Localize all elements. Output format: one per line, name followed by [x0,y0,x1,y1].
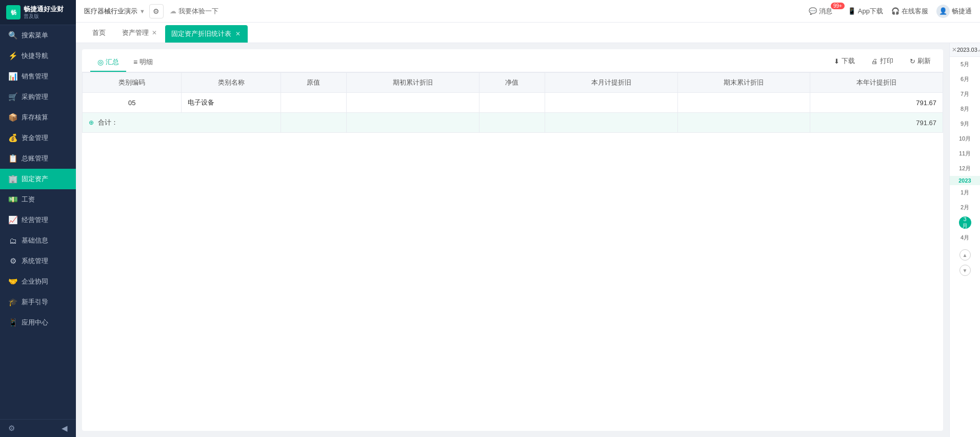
total-text: 合计： [98,118,118,126]
month-2023-2[interactable]: 2月 [950,200,980,215]
main-area: 医疗器械行业演示 ▼ ⚙ ☁ 我要体验一下 💬 消息 99+ 📱 App下载 🎧… [76,0,980,437]
sidebar-item-label: 新手引导 [22,297,48,307]
total-icon: ⊕ [89,119,94,126]
payroll-icon: 💵 [8,195,17,204]
sidebar-item-label: 应用中心 [22,318,48,327]
basicinfo-icon: 🗂 [8,236,17,245]
app-download-button[interactable]: 📱 App下载 [848,7,883,16]
date-panel-header: ✕ 2023.03 ⤢ [950,43,980,57]
date-nav-up[interactable]: ▲ [959,249,971,261]
month-2023-4[interactable]: 4月 [950,230,980,245]
tab-depreciation[interactable]: 固定资产折旧统计表 ✕ [165,25,248,43]
col-initial-dep: 期初累计折旧 [346,73,479,93]
sidebar-item-label: 采购管理 [22,92,48,102]
tab-depreciation-close[interactable]: ✕ [234,30,242,37]
col-code: 类别编码 [83,73,182,93]
settings-bottom-icon[interactable]: ⚙ [8,424,15,433]
month-7[interactable]: 7月 [950,87,980,102]
sidebar-item-label: 资金管理 [22,133,48,143]
tab-asset-mgmt[interactable]: 资产管理 ✕ [114,24,165,43]
row-period-end-dep [677,93,810,113]
month-6[interactable]: 6月 [950,72,980,87]
sidebar-item-appcenter[interactable]: 📱 应用中心 [0,312,76,333]
month-9[interactable]: 9月 [950,116,980,131]
month-12[interactable]: 12月 [950,161,980,176]
total-original-value [281,113,346,133]
expand-icon[interactable]: ⤢ [977,46,980,53]
tab-home-label: 首页 [92,28,106,37]
download-icon: ⬇ [834,57,839,65]
tab-depreciation-label: 固定资产折旧统计表 [171,29,231,38]
table-wrapper: 类别编码 类别名称 原值 期初累计折旧 净值 本月计提折旧 期末累计折旧 本年计… [82,72,943,431]
message-button[interactable]: 💬 消息 99+ [809,7,839,16]
tabbar: 首页 资产管理 ✕ 固定资产折旧统计表 ✕ [76,23,980,43]
sidebar-item-inventory[interactable]: 📦 库存核算 [0,107,76,128]
sidebar-item-guide[interactable]: 🎓 新手引导 [0,292,76,312]
month-11[interactable]: 11月 [950,146,980,161]
subtab-detail-label: 明细 [139,57,153,67]
col-annual-dep: 本年计提折旧 [810,73,943,93]
collapse-icon[interactable]: ◀ [62,424,68,433]
refresh-button[interactable]: ↻ 刷新 [906,54,935,68]
print-button[interactable]: 🖨 打印 [867,54,897,68]
sidebar-item-label: 快捷导航 [22,51,48,61]
sidebar-item-purchase[interactable]: 🛒 采购管理 [0,87,76,107]
content-panel: ◎ 汇总 ≡ 明细 ⬇ 下载 🖨 打印 [82,49,943,431]
user-menu[interactable]: 👤 畅捷通 [936,5,972,18]
sidebar-item-basicinfo[interactable]: 🗂 基础信息 [0,230,76,251]
experience-button[interactable]: ☁ 我要体验一下 [170,7,218,16]
app-download-label: App下载 [858,7,883,16]
subtab-summary[interactable]: ◎ 汇总 [90,54,126,72]
settings-button[interactable]: ⚙ [149,4,164,18]
row-net-value [479,93,545,113]
month-10[interactable]: 10月 [950,131,980,146]
sidebar-item-label: 库存核算 [22,113,48,122]
month-5[interactable]: 5月 [950,57,980,72]
appcenter-icon: 📱 [8,318,17,327]
total-monthly-dep [545,113,677,133]
gear-icon: ⚙ [153,7,159,15]
sidebar-item-finance[interactable]: 💰 资金管理 [0,128,76,148]
month-2023-3[interactable]: 3月 [950,215,980,230]
tab-asset-mgmt-close[interactable]: ✕ [152,29,157,36]
logo-main-text: 畅捷通好业财 [24,5,64,13]
sidebar-item-payroll[interactable]: 💵 工资 [0,189,76,210]
sidebar-item-quicknav[interactable]: ⚡ 快捷导航 [0,46,76,66]
summary-icon: ◎ [97,58,104,66]
message-badge: 99+ [831,3,845,9]
purchase-icon: 🛒 [8,92,17,102]
system-icon: ⚙ [8,256,17,266]
sales-icon: 📊 [8,72,17,81]
sidebar-item-label: 经营管理 [22,215,48,225]
finance-icon: 💰 [8,133,17,143]
sidebar-item-sales[interactable]: 📊 销售管理 [0,66,76,87]
logo-text: 畅捷通好业财 普及版 [24,5,64,19]
total-row: ⊕ 合计： 791.67 [83,113,943,133]
close-icon[interactable]: ✕ [952,46,957,53]
customer-service-button[interactable]: 🎧 在线客服 [891,7,928,16]
sidebar-item-operations[interactable]: 📈 经营管理 [0,210,76,230]
sidebar-item-system[interactable]: ⚙ 系统管理 [0,251,76,271]
col-original-value: 原值 [281,73,346,93]
sidebar-item-fixedassets[interactable]: 🏢 固定资产 [0,169,76,189]
sidebar-item-ledger[interactable]: 📋 总账管理 [0,148,76,169]
col-net-value: 净值 [479,73,545,93]
month-2023-1[interactable]: 1月 [950,185,980,200]
month-8[interactable]: 8月 [950,102,980,116]
date-nav-down[interactable]: ▼ [959,265,971,276]
sidebar-item-cooperation[interactable]: 🤝 企业协同 [0,271,76,292]
total-annual-dep: 791.67 [810,113,943,133]
total-net-value [479,113,545,133]
selected-month[interactable]: 3月 [959,216,971,229]
sidebar-item-search[interactable]: 🔍 搜索菜单 [0,25,76,46]
cooperation-icon: 🤝 [8,277,17,286]
sidebar-item-label: 销售管理 [22,72,48,81]
service-icon: 🎧 [891,7,899,15]
inventory-icon: 📦 [8,113,17,122]
tab-home[interactable]: 首页 [84,24,114,43]
subtab-detail[interactable]: ≡ 明细 [126,54,160,72]
download-button[interactable]: ⬇ 下载 [830,54,859,68]
sidebar-item-label: 工资 [22,195,35,204]
refresh-label: 刷新 [917,56,931,66]
company-selector[interactable]: 医疗器械行业演示 ▼ [84,7,145,16]
